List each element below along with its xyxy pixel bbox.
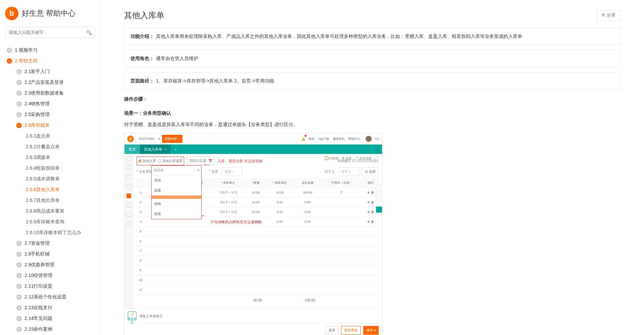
share-icon: ⇱: [602, 13, 605, 18]
table-row[interactable]: 9: [137, 266, 379, 275]
table-row[interactable]: 6: [137, 236, 379, 246]
owner-label: 经手人: [325, 168, 335, 175]
ss-buy-button[interactable]: 我要购买～: [162, 135, 182, 143]
radio-other-in[interactable]: 其他入库: [138, 158, 156, 164]
table-row[interactable]: 8: [137, 256, 379, 266]
nav-2-1[interactable]: +2.1新手入门: [5, 66, 95, 77]
ss-summary-row: 40.00 100.00: [137, 295, 379, 306]
plus-icon: +: [16, 294, 22, 300]
dropdown-item[interactable]: 拆装: [152, 209, 201, 219]
warehouse-input[interactable]: 仓库一: [222, 167, 242, 176]
intro-label: 功能介绍：: [130, 34, 154, 39]
dropdown-item[interactable]: 收购: [152, 199, 201, 209]
table-row[interactable]: 7: [137, 246, 379, 256]
table-row[interactable]: 11: [137, 285, 379, 295]
ss-side-icon[interactable]: [126, 222, 131, 226]
nav-2-6-2[interactable]: 2.6.2分量盘点单: [5, 141, 95, 152]
toolbar-icon[interactable]: [376, 184, 382, 191]
ss-side-icon[interactable]: [126, 212, 131, 217]
dropdown-item-highlighted[interactable]: [152, 196, 201, 199]
toolbar-icon[interactable]: [376, 191, 382, 198]
radio-other-in-return[interactable]: 其他入库退库: [158, 158, 182, 164]
ss-side-icon[interactable]: [126, 184, 131, 189]
ss-link-invite[interactable]: 邀请有礼: [333, 136, 345, 142]
nav-help-docs[interactable]: −2.帮助文档: [5, 55, 95, 66]
search-input[interactable]: [5, 27, 95, 38]
table-row[interactable]: 10: [137, 275, 379, 285]
nav-2-2[interactable]: +2.2产品安装及登录: [5, 77, 95, 88]
share-button[interactable]: ⇱ 分享: [597, 10, 621, 21]
nav-video-learning[interactable]: +1.视频学习: [5, 45, 95, 55]
nav-2-15[interactable]: +2.15操作案例: [5, 324, 95, 334]
nav-2-4[interactable]: +2.4销售管理: [5, 98, 95, 109]
ss-form: 快捷键 ⚙ 设置 📄 历史单据 ⋯ 其他入库 其他入库退库 ← 2019-12-: [133, 154, 382, 309]
summary-qty: 40.00: [245, 297, 271, 304]
dropdown-item[interactable]: 盘盈: [152, 185, 201, 196]
ss-link-app[interactable]: App下载: [318, 136, 329, 142]
plus-icon: +: [16, 305, 22, 311]
plus-icon: +: [16, 69, 22, 74]
chevron-down-icon: ▾: [158, 136, 160, 142]
nav-2-6-1[interactable]: 2.6.1盘点单: [5, 130, 95, 141]
ss-tab-close-all[interactable]: ×: [170, 145, 180, 154]
ss-side-icon[interactable]: [126, 175, 131, 179]
close-icon[interactable]: ×: [164, 147, 166, 151]
nav-2-6-8[interactable]: 2.6.8商品成本重算: [5, 206, 95, 216]
plus-icon: +: [16, 80, 22, 85]
ss-link-buy[interactable]: 购买: [309, 136, 315, 142]
steps-heading: 操作步骤：: [124, 94, 621, 104]
th-stock: 可用库（仓库）: [321, 178, 363, 188]
ss-flag-hist[interactable]: 📄 历史单据: [355, 155, 372, 161]
ss-side-icon[interactable]: [126, 165, 131, 170]
nav-2-6[interactable]: −2.6库存核算: [5, 120, 95, 130]
table-row[interactable]: 5: [137, 227, 379, 236]
nav-2-14[interactable]: +2.14常见问题: [5, 313, 95, 324]
biz-type-dropdown: 请选择▾ 其他 盘盈 收购 拆装: [151, 165, 202, 219]
bell-icon[interactable]: 🔔: [302, 136, 305, 142]
ss-side-icon[interactable]: [126, 156, 131, 161]
remark-input[interactable]: [139, 314, 379, 318]
toolbar-icon-active[interactable]: [376, 206, 382, 213]
nav-2-6-3[interactable]: 2.6.3调拨单: [5, 152, 95, 163]
nav-2-3[interactable]: +2.3使用前数据准备: [5, 88, 95, 98]
nav-2-6-5[interactable]: 2.6.5成本调整单: [5, 173, 95, 184]
toolbar-icon[interactable]: [376, 199, 382, 206]
ss-flag-set[interactable]: ⚙ 设置: [342, 155, 352, 161]
nav-2-8[interactable]: +2.8手机旺铺: [5, 248, 95, 259]
nav-2-6-9[interactable]: 2.6.9库存账本查询: [5, 216, 95, 227]
nav-2-6-6[interactable]: 2.6.6其他入库单: [5, 184, 95, 195]
nav-2-11[interactable]: +2.11打印设置: [5, 281, 95, 291]
nav-2-7[interactable]: +2.7资金管理: [5, 238, 95, 248]
save-button[interactable]: 保存 ▾: [363, 326, 379, 335]
nav-2-12[interactable]: +2.12系统个性化设置: [5, 291, 95, 302]
ss-side-icon[interactable]: [126, 203, 131, 208]
ss-tab-home[interactable]: 首页: [124, 145, 140, 154]
nav-2-13[interactable]: +2.13在线支付: [5, 302, 95, 313]
search-icon[interactable]: 🔍: [86, 30, 92, 35]
select-button[interactable]: 点 选择: [362, 167, 379, 176]
ss-side-icon-active[interactable]: [126, 193, 131, 198]
annotation-note1: 入库、退货业务 在这里切换: [217, 157, 263, 165]
more-icon[interactable]: ⋯: [375, 155, 378, 161]
nav-2-9[interactable]: +2.9优惠券管理: [5, 259, 95, 270]
nav-2-6-10[interactable]: 2.6.10库存账本错了怎么办: [5, 227, 95, 238]
nav-2-6-4[interactable]: 2.6.4组装拆卸单: [5, 163, 95, 173]
chevron-down-icon: ▾: [198, 167, 199, 174]
cancel-button[interactable]: 放弃: [326, 326, 338, 335]
ss-tab-active[interactable]: 其他入库单×: [140, 145, 170, 154]
plus-icon: +: [7, 48, 12, 53]
nav-tree: +1.视频学习 −2.帮助文档 +2.1新手入门 +2.2产品安装及登录 +2.…: [5, 45, 95, 334]
nav-2-5[interactable]: +2.5采购管理: [5, 109, 95, 120]
nav-2-10[interactable]: +2.10经营管理: [5, 270, 95, 281]
biz-type-label: * 业务类型: [137, 168, 152, 175]
save-draft-button[interactable]: 保存草稿: [341, 326, 361, 335]
owner-input[interactable]: 经手人: [339, 167, 359, 176]
avatar-icon[interactable]: [366, 136, 372, 142]
ss-flag-fast[interactable]: 快捷键: [325, 155, 338, 161]
nav-2-6-7[interactable]: 2.6.7其他出库单: [5, 195, 95, 206]
dropdown-selected[interactable]: 请选择▾: [152, 166, 201, 175]
remark-icon: 📝备注信息: [128, 312, 137, 320]
ss-link-help[interactable]: 帮助中心: [348, 136, 360, 142]
th-price: * 成本单价: [265, 178, 294, 188]
dropdown-item[interactable]: 其他: [152, 175, 201, 185]
